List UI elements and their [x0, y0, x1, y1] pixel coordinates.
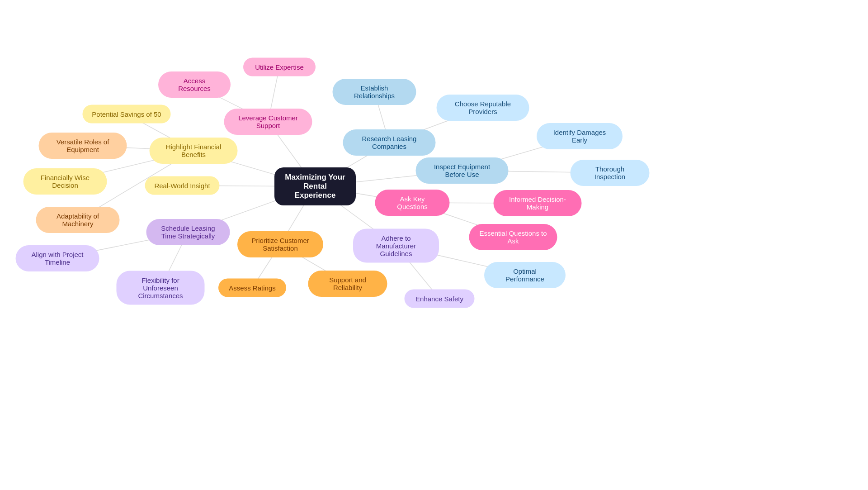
node-utilize-expertise[interactable]: Utilize Expertise — [243, 58, 316, 76]
node-highlight-financial-benefits[interactable]: Highlight Financial Benefits — [150, 138, 238, 164]
node-real-world-insight[interactable]: Real-World Insight — [145, 176, 220, 195]
node-thorough-inspection[interactable]: Thorough Inspection — [571, 160, 650, 186]
node-optimal-performance[interactable]: Optimal Performance — [484, 262, 566, 288]
node-support-reliability[interactable]: Support and Reliability — [308, 271, 387, 297]
node-enhance-safety[interactable]: Enhance Safety — [405, 290, 475, 308]
node-flexibility[interactable]: Flexibility for Unforeseen Circumstances — [117, 271, 205, 305]
mindmap-container: Maximizing Your Rental ExperienceUtilize… — [0, 0, 868, 490]
node-essential-questions[interactable]: Essential Questions to Ask — [469, 224, 557, 250]
node-access-resources[interactable]: Access Resources — [158, 71, 231, 98]
node-establish-relationships[interactable]: Establish Relationships — [333, 79, 416, 105]
node-adhere-manufacturer[interactable]: Adhere to Manufacturer Guidelines — [353, 229, 439, 263]
node-potential-savings[interactable]: Potential Savings of 50 — [83, 105, 171, 124]
node-schedule-leasing[interactable]: Schedule Leasing Time Strategically — [146, 219, 230, 245]
node-informed-decision[interactable]: Informed Decision-Making — [494, 190, 582, 216]
node-adaptability[interactable]: Adaptability of Machinery — [36, 207, 120, 233]
node-financially-wise[interactable]: Financially Wise Decision — [24, 168, 107, 195]
node-research-leasing[interactable]: Research Leasing Companies — [343, 129, 436, 156]
node-choose-reputable[interactable]: Choose Reputable Providers — [437, 95, 529, 121]
node-prioritize-customer[interactable]: Prioritize Customer Satisfaction — [237, 231, 323, 257]
node-center[interactable]: Maximizing Your Rental Experience — [274, 167, 356, 205]
node-inspect-equipment[interactable]: Inspect Equipment Before Use — [416, 157, 509, 184]
node-versatile-roles[interactable]: Versatile Roles of Equipment — [39, 133, 127, 159]
node-ask-key-questions[interactable]: Ask Key Questions — [375, 190, 450, 216]
node-leverage-customer-support[interactable]: Leverage Customer Support — [224, 109, 312, 135]
node-identify-damages[interactable]: Identify Damages Early — [537, 123, 623, 149]
node-assess-ratings[interactable]: Assess Ratings — [218, 279, 286, 297]
node-align-project[interactable]: Align with Project Timeline — [16, 245, 99, 271]
